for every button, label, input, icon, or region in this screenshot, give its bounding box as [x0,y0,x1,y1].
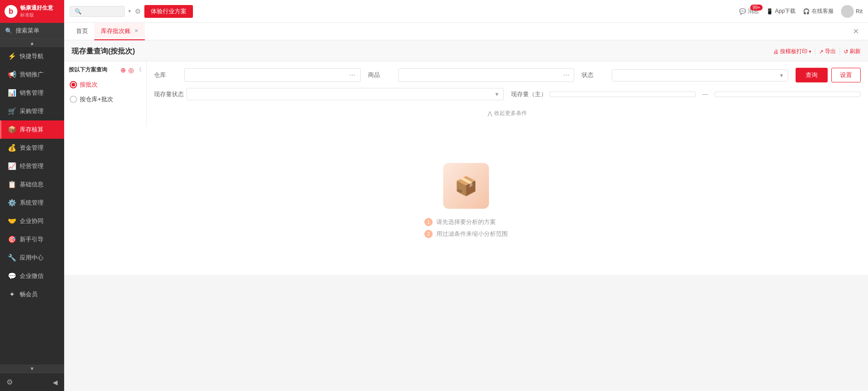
collapse-icon[interactable]: ◀ [53,379,58,386]
tip-text-1: 请先选择要分析的方案 [436,218,496,226]
sidebar-item-newbie[interactable]: 🎯 新手引导 [0,230,64,249]
scheme-settings-icon[interactable]: ◎ [128,66,134,74]
scheme-item-by-batch[interactable]: 按批次 [64,77,146,92]
avatar [841,5,854,18]
tab-inventory-batch-label: 库存批次账 [101,27,131,35]
page-content: 现存量查询(按批次) 🖨 按模板打印 ▾ ↗ 导出 ↺ 刷 [64,40,868,391]
sidebar-item-marketing[interactable]: 📢 营销推广 [0,65,64,84]
app-center-label: 应用中心 [20,254,44,262]
sidebar: b 畅康通好生意 标准版 🔍 搜索菜单 ▲ ⚡ 快捷导航 📢 营销推广 📊 销售… [0,0,64,391]
sidebar-item-app-center[interactable]: 🔧 应用中心 [0,249,64,267]
sidebar-item-basic-info[interactable]: 📋 基础信息 [0,175,64,194]
sidebar-nav: ⚡ 快捷导航 📢 营销推广 📊 销售管理 🛒 采购管理 📦 库存核算 💰 资金管… [0,47,64,364]
marketing-icon: 📢 [8,71,16,79]
scheme-panel-header: 按以下方案查询 ⊕ ◎ 《 [64,66,146,77]
sidebar-item-inventory[interactable]: 📦 库存核算 [0,120,64,139]
operations-icon: 📈 [8,162,16,170]
app-download-button[interactable]: 📱 App下载 [766,7,796,15]
sidebar-item-finance[interactable]: 💰 资金管理 [0,139,64,157]
collapse-more-button[interactable]: ⋀ 收起更多条件 [154,106,861,120]
tip-num-1: 1 [424,218,433,226]
settings-button[interactable]: 设置 [831,68,861,82]
user-avatar-button[interactable]: Rit [841,5,863,18]
warehouse-dots[interactable]: ··· [349,71,355,79]
sidebar-item-purchase[interactable]: 🛒 采购管理 [0,102,64,120]
scheme-collapse-icon[interactable]: 《 [136,66,142,74]
scheme-item-by-warehouse-batch[interactable]: 按仓库+批次 [64,92,146,107]
scheme-panel: 按以下方案查询 ⊕ ◎ 《 按批次 按仓库+批次 [64,61,147,126]
page-actions: 🖨 按模板打印 ▾ ↗ 导出 ↺ 刷新 [773,48,861,55]
purchase-icon: 🛒 [8,107,16,115]
tab-home[interactable]: 首页 [70,23,94,40]
sales-label: 销售管理 [20,89,44,97]
stock-qty-label: 现存量（主） [511,90,547,98]
sales-icon: 📊 [8,89,16,97]
goods-dots[interactable]: ··· [563,71,569,79]
goods-input[interactable]: ··· [398,68,575,82]
scroll-up-button[interactable]: ▲ [0,39,64,47]
search-menu-item[interactable]: 🔍 搜索菜单 [0,23,64,39]
stock-qty-to[interactable] [714,92,861,97]
quick-nav-icon: ⚡ [8,52,16,60]
sidebar-item-system[interactable]: ⚙️ 系统管理 [0,194,64,212]
sidebar-item-enterprise-wechat[interactable]: 💬 企业微信 [0,267,64,285]
stock-status-label: 现存量状态 [154,90,184,98]
tab-close-panel-icon[interactable]: ✕ [849,27,863,36]
empty-state: 📦 1 请先选择要分析的方案 2 用过滤条件来缩小分析范围 [64,126,868,275]
search-menu-label: 搜索菜单 [16,27,39,35]
experience-button[interactable]: 体验行业方案 [144,5,193,18]
scheme-add-icon[interactable]: ⊕ [121,66,126,74]
filter-actions: 查询 设置 [796,68,861,82]
sidebar-item-vip[interactable]: ✦ 畅会员 [0,285,64,304]
main-area: 🔍 ▾ ⚙ 体验行业方案 💬 消息 99+ 📱 App下载 🎧 在线客服 Rit [64,0,868,391]
status-label: 状态 [582,71,609,79]
goods-field: 商品 ··· [368,68,575,82]
vip-label: 畅会员 [20,290,38,299]
edition-label: 标准版 [20,12,53,18]
empty-tip-1: 1 请先选择要分析的方案 [424,218,508,226]
enterprise-label: 企业协同 [20,217,44,225]
sidebar-item-enterprise[interactable]: 🤝 企业协同 [0,212,64,230]
print-button[interactable]: 🖨 按模板打印 ▾ [773,48,811,55]
scheme-panel-title: 按以下方案查询 [69,66,107,74]
online-service-button[interactable]: 🎧 在线客服 [803,7,834,15]
stock-qty-from[interactable] [549,92,696,97]
sidebar-item-sales[interactable]: 📊 销售管理 [0,84,64,102]
page-title: 现存量查询(按批次) [71,47,135,56]
refresh-button[interactable]: ↺ 刷新 [844,48,861,55]
collapse-more-label: 收起更多条件 [494,109,527,117]
app-download-icon: 📱 [766,8,773,15]
export-button[interactable]: ↗ 导出 [819,48,836,55]
sidebar-title-wrap: 畅康通好生意 标准版 [20,5,53,18]
filter-form: 仓库 ··· 商品 ··· [147,61,868,126]
topbar-gear-icon[interactable]: ⚙ [135,7,141,16]
app-logo: b [5,5,17,18]
topbar-chevron-icon[interactable]: ▾ [128,8,131,14]
sidebar-item-operations[interactable]: 📈 经营管理 [0,157,64,175]
online-service-label: 在线客服 [812,7,834,15]
export-icon: ↗ [819,49,824,55]
scroll-down-button[interactable]: ▼ [0,364,64,373]
page-panel: 现存量查询(按批次) 🖨 按模板打印 ▾ ↗ 导出 ↺ 刷 [64,40,868,275]
status-select[interactable]: ▾ [612,69,788,81]
topbar-actions: 💬 消息 99+ 📱 App下载 🎧 在线客服 Rit [739,5,863,18]
quick-nav-label: 快捷导航 [20,52,44,60]
stock-status-select[interactable]: ▾ [187,88,504,100]
print-icon: 🖨 [773,49,779,55]
messages-badge: 99+ [750,5,763,11]
export-label: 导出 [825,48,836,55]
refresh-icon: ↺ [844,49,848,55]
scheme-item-by-warehouse-batch-label: 按仓库+批次 [80,95,113,103]
collapse-up-icon: ⋀ [488,110,492,117]
topbar-search-box[interactable]: 🔍 [70,6,125,17]
messages-icon: 💬 [739,8,746,15]
sidebar-item-quick-nav[interactable]: ⚡ 快捷导航 [0,47,64,65]
query-button[interactable]: 查询 [796,68,828,82]
settings-icon[interactable]: ⚙ [6,378,13,386]
messages-button[interactable]: 💬 消息 99+ [739,7,759,15]
tab-inventory-batch[interactable]: 库存批次账 ✕ [94,23,145,40]
warehouse-input[interactable]: ··· [184,68,361,82]
tab-close-icon[interactable]: ✕ [134,28,138,34]
newbie-label: 新手引导 [20,235,44,244]
newbie-icon: 🎯 [8,235,16,244]
